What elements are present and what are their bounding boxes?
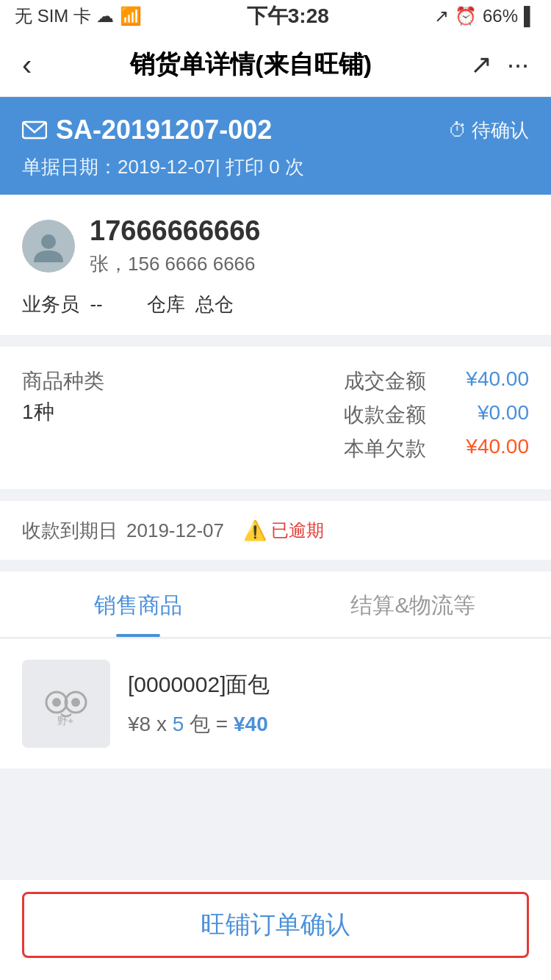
due-date-value: 2019-12-07 [126,519,224,542]
owed-label: 本单欠款 [344,435,426,463]
product-type-value: 1种 [22,398,104,426]
amount-label: 成交金额 [344,367,426,395]
received-value: ¥0.00 [441,401,529,429]
amount-row: 成交金额 ¥40.00 [344,367,529,395]
product-info: [0000002]面包 ¥8 x 5 包 = ¥40 [128,670,529,738]
warehouse-info: 仓库 总仓 [147,292,234,317]
owed-value: ¥40.00 [441,435,529,463]
product-multiply: x [156,713,173,735]
customer-card: 17666666666 张，156 6666 6666 业务员 -- 仓库 总仓 [0,195,551,335]
order-header-banner: SA-20191207-002 ⏱ 待确认 单据日期：2019-12-07| 打… [0,97,551,195]
svg-point-1 [41,234,56,249]
divider-2 [0,489,551,501]
clock-icon: ⏱ [448,119,467,142]
product-unit: 包 [190,713,210,735]
svg-text:野+: 野+ [57,715,73,726]
warning-icon: ⚠️ [243,519,267,542]
no-sim-label: 无 SIM 卡 ☁ [15,4,114,28]
product-equals: = [216,713,234,735]
received-label: 收款金额 [344,401,426,429]
product-type-label: 商品种类 [22,367,104,395]
status-bar-right: ↗ ⏰ 66% ▌ [434,6,536,26]
product-price: ¥8 [128,713,151,735]
bottom-spacer [0,768,551,871]
share-icon[interactable]: ↗ [470,49,492,80]
customer-name-phone: 张，156 6666 6666 [90,251,260,277]
back-button[interactable]: ‹ [22,50,32,79]
battery-icon: ▌ [524,6,536,26]
sales-label: 业务员 [22,293,79,315]
wifi-icon: 📶 [120,6,142,26]
order-status: ⏱ 待确认 [448,118,529,143]
summary-left: 商品种类 1种 [22,367,104,426]
owed-row: 本单欠款 ¥40.00 [344,435,529,463]
bottom-bar: 旺铺订单确认 [0,880,551,980]
svg-point-4 [52,698,61,707]
summary-card: 商品种类 1种 成交金额 ¥40.00 收款金额 ¥0.00 本单欠款 ¥40.… [0,347,551,489]
status-bar: 无 SIM 卡 ☁ 📶 下午3:28 ↗ ⏰ 66% ▌ [0,0,551,32]
battery-label: 66% [483,6,518,26]
product-quantity: 5 [173,713,184,735]
divider-1 [0,335,551,347]
customer-avatar [22,220,75,273]
divider-3 [0,560,551,572]
product-item: 野+ [0000002]面包 ¥8 x 5 包 = ¥40 [0,639,551,768]
customer-phone: 17666666666 [90,215,260,247]
amount-value: ¥40.00 [441,367,529,395]
envelope-icon [22,120,47,140]
warehouse-label: 仓库 [147,293,185,315]
product-calc: ¥8 x 5 包 = ¥40 [128,710,529,738]
nav-actions: ↗ ··· [470,49,529,80]
tabs-container: 销售商品 结算&物流等 [0,572,551,638]
page-title: 销货单详情(来自旺铺) [130,48,372,82]
location-icon: ↗ [434,6,449,26]
avatar-icon [32,230,65,262]
tab-settlement-logistics[interactable]: 结算&物流等 [276,572,551,637]
order-date-row: 单据日期：2019-12-07| 打印 0 次 [22,154,529,180]
customer-meta: 业务员 -- 仓库 总仓 [22,292,529,317]
customer-info: 17666666666 张，156 6666 6666 [90,215,260,277]
alarm-icon: ⏰ [455,6,477,26]
due-date-card: 收款到期日 2019-12-07 ⚠️ 已逾期 [0,501,551,560]
product-thumbnail: 野+ [22,660,110,748]
sales-info: 业务员 -- [22,292,103,317]
order-id-row: SA-20191207-002 ⏱ 待确认 [22,115,529,145]
sales-value: -- [90,293,102,315]
summary-right: 成交金额 ¥40.00 收款金额 ¥0.00 本单欠款 ¥40.00 [344,367,529,469]
order-id: SA-20191207-002 [22,115,272,145]
confirm-order-button[interactable]: 旺铺订单确认 [22,892,529,958]
more-icon[interactable]: ··· [507,49,529,80]
product-total: ¥40 [234,713,268,735]
due-date-label: 收款到期日 [22,518,118,544]
overdue-label: 已逾期 [271,519,324,542]
product-list: 野+ [0000002]面包 ¥8 x 5 包 = ¥40 [0,639,551,768]
product-image-placeholder: 野+ [37,682,96,726]
summary-row: 商品种类 1种 成交金额 ¥40.00 收款金额 ¥0.00 本单欠款 ¥40.… [22,367,529,469]
svg-point-5 [71,698,80,707]
warehouse-value: 总仓 [195,293,234,315]
customer-top: 17666666666 张，156 6666 6666 [22,215,529,277]
received-row: 收款金额 ¥0.00 [344,401,529,429]
status-bar-time: 下午3:28 [247,2,329,30]
product-name: [0000002]面包 [128,670,529,700]
status-bar-left: 无 SIM 卡 ☁ 📶 [15,4,142,28]
tab-sales-products[interactable]: 销售商品 [0,572,276,637]
overdue-badge: ⚠️ 已逾期 [233,516,334,545]
nav-bar: ‹ 销货单详情(来自旺铺) ↗ ··· [0,32,551,97]
